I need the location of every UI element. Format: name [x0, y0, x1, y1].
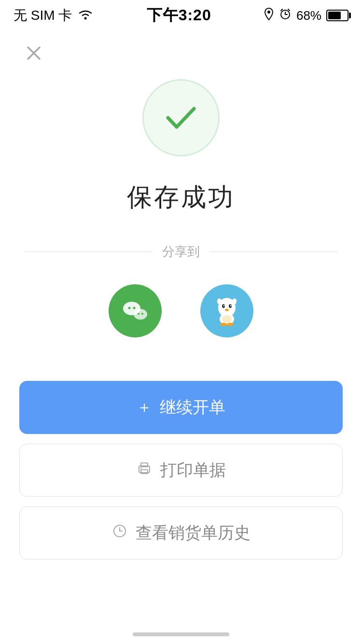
svg-point-9 — [138, 313, 139, 315]
clock-icon — [111, 523, 128, 543]
svg-point-13 — [229, 304, 232, 308]
svg-point-6 — [134, 309, 147, 320]
divider-line-right — [209, 252, 338, 252]
svg-point-21 — [220, 323, 227, 326]
status-time: 下午3:20 — [147, 5, 211, 26]
divider-line-left — [24, 252, 153, 252]
svg-point-15 — [230, 305, 231, 306]
print-button[interactable]: 打印单据 — [19, 444, 343, 497]
history-label: 查看销货单历史 — [136, 522, 251, 544]
status-right: 68% — [264, 7, 348, 24]
svg-point-7 — [128, 307, 131, 309]
svg-point-20 — [222, 315, 232, 323]
print-icon — [136, 460, 153, 480]
svg-point-14 — [223, 305, 224, 306]
alarm-icon — [279, 7, 292, 24]
qq-share-button[interactable] — [200, 284, 253, 337]
continue-order-label: 继续开单 — [160, 396, 225, 419]
success-icon-circle — [142, 79, 220, 156]
success-title: 保存成功 — [127, 181, 235, 214]
wechat-share-button[interactable] — [109, 284, 162, 337]
status-bar: 无 SIM 卡 下午3:20 68% — [0, 0, 362, 31]
svg-point-26 — [140, 468, 142, 469]
battery-percentage: 68% — [296, 8, 321, 23]
action-buttons: ＋ 继续开单 打印单据 查看销货单历史 — [0, 381, 362, 560]
plus-icon: ＋ — [137, 397, 152, 418]
share-icons-row — [24, 284, 338, 337]
carrier-text: 无 SIM 卡 — [14, 6, 72, 25]
svg-point-12 — [222, 304, 225, 308]
wifi-icon — [77, 7, 94, 24]
home-indicator — [133, 632, 229, 636]
svg-point-0 — [84, 17, 87, 19]
history-button[interactable]: 查看销货单历史 — [19, 506, 343, 560]
svg-point-1 — [267, 11, 270, 14]
checkmark-icon — [159, 96, 203, 140]
svg-point-8 — [133, 307, 136, 309]
svg-point-16 — [225, 309, 229, 311]
print-label: 打印单据 — [160, 459, 226, 481]
close-button[interactable] — [19, 39, 48, 68]
status-left: 无 SIM 卡 — [14, 6, 94, 25]
qq-icon — [211, 294, 243, 328]
share-label: 分享到 — [162, 243, 200, 260]
wechat-icon — [119, 297, 151, 325]
svg-point-10 — [141, 313, 143, 315]
svg-point-22 — [227, 323, 234, 326]
battery-icon — [326, 10, 348, 21]
share-divider: 分享到 — [24, 243, 338, 260]
main-content: 保存成功 分享到 — [0, 31, 362, 560]
location-icon — [264, 7, 274, 24]
share-section: 分享到 — [0, 243, 362, 337]
continue-order-button[interactable]: ＋ 继续开单 — [19, 381, 343, 434]
